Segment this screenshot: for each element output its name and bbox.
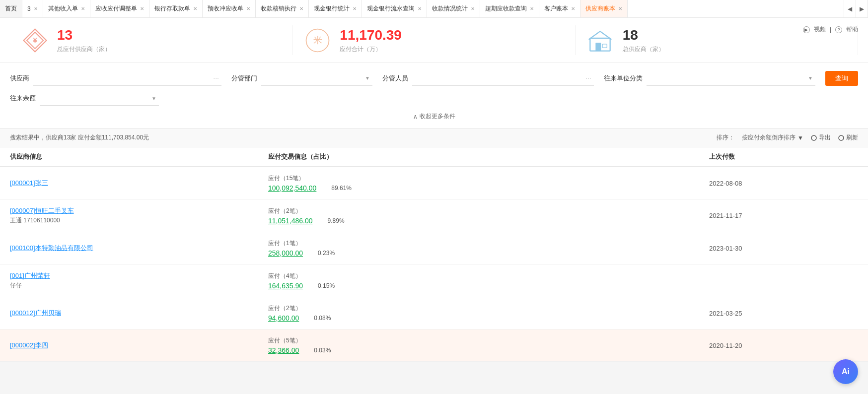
category-select[interactable] (647, 71, 815, 86)
close-ar-ap-adjust[interactable]: ✕ (140, 6, 144, 11)
transaction-pct: 0.03% (314, 347, 331, 354)
nav-overdue-ar[interactable]: 超期应收款查询 ✕ (480, 0, 539, 17)
dept-label: 分管部门 (231, 74, 257, 83)
transaction-label: 应付（2笔） (268, 207, 709, 215)
close-other-income[interactable]: ✕ (81, 6, 85, 11)
stat-payable-suppliers-label: 总应付供应商（家） (57, 45, 111, 54)
transaction-label: 应付（1笔） (268, 239, 709, 248)
export-button[interactable]: 导出 (811, 133, 831, 142)
nav-left-arrow[interactable]: ◀ (844, 0, 856, 18)
results-info: 搜索结果中，供应商13家 应付金额111,703,854.00元 (10, 133, 149, 142)
total-suppliers-icon (585, 25, 615, 55)
stat-payable-suppliers: ¥ 13 总应付供应商（家） (10, 25, 292, 55)
payable-total-icon: 米 (302, 25, 332, 55)
sort-value: 按应付余额倒序排序 (742, 133, 796, 142)
close-collection-stats[interactable]: ✕ (471, 6, 475, 11)
close-cash-bank-stats[interactable]: ✕ (353, 6, 357, 11)
last-payment-cell: 2023-01-30 (709, 245, 858, 252)
table-row: [000002]李四 应付（5笔） 32,366.00 0.03% 2020-1… (0, 329, 868, 362)
transaction-label: 应付（5笔） (268, 336, 709, 345)
transaction-amount[interactable]: 11,051,486.00 (268, 217, 313, 225)
close-bank-deposit[interactable]: ✕ (193, 6, 197, 11)
transaction-pct: 9.89% (328, 217, 345, 224)
supplier-link[interactable]: [000012]广州贝瑞 (10, 309, 268, 318)
nav-supplier-ledger[interactable]: 供应商账本 ✕ (580, 0, 628, 17)
transaction-amount[interactable]: 32,366.00 (268, 346, 299, 354)
refresh-button[interactable]: 刷新 (838, 133, 858, 142)
close-cash-bank-flow[interactable]: ✕ (418, 6, 422, 11)
supplier-input[interactable] (33, 70, 221, 85)
close-customer-ledger[interactable]: ✕ (571, 6, 575, 11)
sort-label: 排序： (717, 133, 734, 142)
filter-category: 往来单位分类 ▼ (604, 71, 815, 86)
filter-person: 分管人员 ··· (382, 70, 594, 86)
transaction-info-cell: 应付（15笔） 100,092,540.00 89.61% (268, 174, 709, 192)
supplier-link[interactable]: [001]广州荣轩 (10, 271, 268, 280)
nav-collection-verify[interactable]: 收款核销执行 ✕ (256, 0, 309, 17)
collapse-button[interactable]: ∧ 收起更多条件 (10, 110, 858, 123)
svg-rect-6 (595, 43, 601, 51)
sort-select[interactable]: 按应付余额倒序排序 ▼ (742, 133, 803, 142)
stat-payable-total-content: 11,170.39 应付合计（万） (340, 27, 402, 54)
stat-total-suppliers-label: 总供应商（家） (623, 45, 664, 54)
transaction-pct: 0.08% (314, 315, 331, 322)
nav-cash-bank-stats[interactable]: 现金银行统计 ✕ (309, 0, 362, 17)
dept-select[interactable] (261, 71, 372, 86)
close-supplier-ledger[interactable]: ✕ (618, 6, 622, 11)
nav-prepay-ar[interactable]: 预收冲应收单 ✕ (203, 0, 256, 17)
video-link[interactable]: 视频 (814, 25, 826, 34)
table-row: [000007]恒旺二手叉车 王通 17106110000 应付（2笔） 11,… (0, 199, 868, 232)
supplier-link[interactable]: [000001]张三 (10, 179, 268, 188)
transaction-label: 应付（15笔） (268, 174, 709, 183)
nav-customer-ledger[interactable]: 客户账本 ✕ (539, 0, 580, 17)
close-overdue-ar[interactable]: ✕ (530, 6, 534, 11)
help-circle-icon: ? (835, 26, 842, 33)
close-tab3[interactable]: ✕ (34, 6, 38, 11)
supplier-link[interactable]: [000002]李四 (10, 341, 268, 350)
nav-cash-bank-flow[interactable]: 现金银行流水查询 ✕ (362, 0, 427, 17)
person-label: 分管人员 (382, 74, 408, 83)
nav-other-income[interactable]: 其他收入单 ✕ (43, 0, 90, 17)
nav-right-arrow[interactable]: ▶ (856, 0, 868, 18)
transaction-pct: 89.61% (331, 185, 352, 192)
svg-point-9 (811, 135, 816, 140)
nav-collection-stats[interactable]: 收款情况统计 ✕ (427, 0, 480, 17)
nav-bank-deposit[interactable]: 银行存取款单 ✕ (149, 0, 203, 17)
person-input[interactable] (412, 70, 594, 85)
close-prepay-ar[interactable]: ✕ (246, 6, 250, 11)
supplier-info-cell: [001]广州荣轩 仔仔 (10, 271, 268, 290)
search-button[interactable]: 查询 (825, 71, 858, 86)
nav-tab3[interactable]: 3 ✕ (22, 0, 43, 17)
supplier-sub: 仔仔 (10, 281, 268, 290)
transaction-amount[interactable]: 164,635.90 (268, 282, 303, 290)
collapse-label: 收起更多条件 (420, 112, 455, 121)
top-navigation: 首页 3 ✕ 其他收入单 ✕ 应收应付调整单 ✕ 银行存取款单 ✕ 预收冲应收单… (0, 0, 868, 18)
svg-text:¥: ¥ (33, 36, 37, 44)
transaction-label: 应付（2笔） (268, 304, 709, 313)
supplier-info-cell: [000002]李四 (10, 341, 268, 350)
payable-suppliers-icon: ¥ (20, 25, 50, 55)
export-label: 导出 (819, 133, 831, 142)
stat-payable-suppliers-content: 13 总应付供应商（家） (57, 27, 111, 54)
supplier-link[interactable]: [000100]本特勤油品有限公司 (10, 244, 268, 253)
supplier-table: 供应商信息 应付交易信息（占比） 上次付数 [000001]张三 应付（15笔）… (0, 147, 868, 362)
refresh-icon (838, 135, 844, 141)
svg-point-10 (839, 135, 844, 140)
sort-chevron-icon: ▼ (797, 134, 803, 141)
stat-payable-total-label: 应付合计（万） (340, 45, 402, 54)
transaction-amount[interactable]: 258,000.00 (268, 249, 303, 257)
balance-select[interactable]: 选择... (40, 91, 159, 106)
video-circle-icon: ▶ (803, 26, 810, 33)
filter-row-2: 往来余额 选择... ▼ (10, 91, 858, 106)
transaction-amount[interactable]: 100,092,540.00 (268, 184, 316, 192)
supplier-info-cell: [000007]恒旺二手叉车 王通 17106110000 (10, 206, 268, 225)
stats-header: ¥ 13 总应付供应商（家） 米 11,170.39 应付合计（万） (0, 18, 868, 63)
supplier-link[interactable]: [000007]恒旺二手叉车 (10, 206, 268, 215)
nav-arrows: ◀ ▶ (844, 0, 868, 18)
close-collection-verify[interactable]: ✕ (299, 6, 303, 11)
table-row: [000012]广州贝瑞 应付（2笔） 94,600.00 0.08% 2021… (0, 297, 868, 329)
help-link[interactable]: 帮助 (846, 25, 858, 34)
nav-home[interactable]: 首页 (0, 0, 22, 17)
nav-ar-ap-adjust[interactable]: 应收应付调整单 ✕ (90, 0, 149, 17)
transaction-amount[interactable]: 94,600.00 (268, 314, 299, 322)
